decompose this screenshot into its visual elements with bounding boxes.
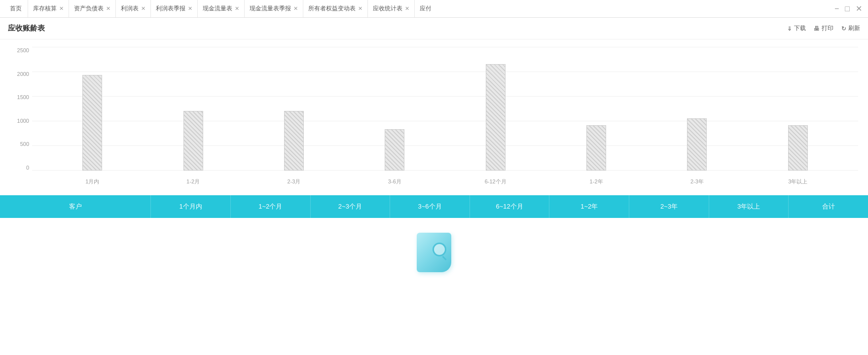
- bar-group: [385, 129, 404, 171]
- tab-profit[interactable]: 利润表✕: [116, 0, 151, 18]
- close-window-icon[interactable]: ✕: [854, 3, 864, 14]
- bar-group: [687, 118, 707, 171]
- x-label: 1-2月: [181, 178, 206, 185]
- refresh-icon: ↻: [841, 25, 846, 32]
- x-label: 3-6月: [382, 178, 407, 185]
- bars-row: [32, 47, 858, 171]
- tab-bar: 首页 库存核算✕资产负债表✕利润表✕利润表季报✕现金流量表✕现金流量表季报✕所有…: [0, 0, 868, 18]
- bar: [183, 111, 203, 171]
- page-header: 应收账龄表 ⇓ 下载 🖶 打印 ↻ 刷新: [0, 18, 868, 39]
- table-header-cell: 2~3个月: [311, 195, 391, 218]
- x-label: 6-12个月: [483, 178, 508, 185]
- tab-payable-stats[interactable]: 应付统计表✕: [415, 0, 431, 18]
- minimize-icon[interactable]: −: [832, 3, 841, 14]
- doc-shape: [417, 233, 451, 272]
- y-label: 1500: [10, 94, 32, 100]
- bar: [82, 75, 102, 171]
- tab-close-icon[interactable]: ✕: [59, 5, 64, 12]
- tab-bar-actions: − □ ✕: [832, 3, 864, 14]
- search-icon: [433, 243, 446, 256]
- table-header-cell: 3~6个月: [390, 195, 470, 218]
- table-header-cell: 6~12个月: [470, 195, 550, 218]
- tab-label: 现金流量表季报: [250, 4, 291, 13]
- tab-cashflow-quarterly[interactable]: 现金流量表季报✕: [245, 0, 303, 18]
- tab-close-icon[interactable]: ✕: [358, 5, 362, 12]
- bar: [586, 125, 606, 171]
- x-label: 3年以上: [786, 178, 810, 185]
- x-label: 1月内: [80, 178, 105, 185]
- bar: [486, 64, 506, 171]
- bar: [788, 125, 808, 171]
- y-label: 0: [10, 165, 32, 171]
- y-axis: 05001000150020002500: [10, 47, 32, 185]
- refresh-label: 刷新: [848, 24, 860, 33]
- download-icon: ⇓: [787, 25, 792, 32]
- tab-label: 应付统计表: [420, 4, 431, 13]
- download-label: 下载: [794, 24, 806, 33]
- header-actions: ⇓ 下载 🖶 打印 ↻ 刷新: [787, 24, 860, 33]
- table-header-cell: 1个月内: [151, 195, 231, 218]
- y-label: 1000: [10, 118, 32, 124]
- x-label: 1-2年: [584, 178, 609, 185]
- tab-close-icon[interactable]: ✕: [405, 5, 409, 12]
- tab-label: 现金流量表: [203, 4, 232, 13]
- print-button[interactable]: 🖶 打印: [814, 24, 833, 33]
- table-header-cell: 合计: [789, 195, 868, 218]
- tab-profit-quarterly[interactable]: 利润表季报✕: [151, 0, 198, 18]
- bar-group: [486, 64, 506, 171]
- table-header-cell: 3年以上: [709, 195, 789, 218]
- tab-close-icon[interactable]: ✕: [141, 5, 145, 12]
- page-title: 应收账龄表: [8, 24, 45, 33]
- y-label: 500: [10, 141, 32, 147]
- tab-inventory[interactable]: 库存核算✕: [28, 0, 69, 18]
- bar-group: [788, 125, 808, 171]
- tab-close-icon[interactable]: ✕: [235, 5, 239, 12]
- tab-balance-sheet[interactable]: 资产负债表✕: [69, 0, 116, 18]
- bar-chart: 05001000150020002500 1月内1-2月2-3月3-6月6-12…: [10, 47, 858, 185]
- download-button[interactable]: ⇓ 下载: [787, 24, 806, 33]
- print-icon: 🖶: [814, 25, 820, 32]
- bar: [687, 118, 707, 171]
- table-header-cell: 2~3年: [629, 195, 709, 218]
- tab-receivable-stats[interactable]: 应收统计表✕: [368, 0, 415, 18]
- chart-area: 05001000150020002500 1月内1-2月2-3月3-6月6-12…: [0, 39, 868, 185]
- bar-group: [586, 125, 606, 171]
- tab-home[interactable]: 首页: [4, 0, 28, 18]
- y-label: 2500: [10, 47, 32, 53]
- table-header-cell: 1~2年: [549, 195, 629, 218]
- y-label: 2000: [10, 71, 32, 77]
- table-header-cell: 1~2个月: [231, 195, 311, 218]
- x-label: 2-3月: [282, 178, 306, 185]
- tab-label: 利润表季报: [156, 4, 185, 13]
- tab-equity-changes[interactable]: 所有者权益变动表✕: [303, 0, 368, 18]
- table-header: 客户1个月内1~2个月2~3个月3~6个月6~12个月1~2年2~3年3年以上合…: [0, 195, 868, 218]
- maximize-icon[interactable]: □: [843, 3, 852, 14]
- x-axis-labels: 1月内1-2月2-3月3-6月6-12个月1-2年2-3年3年以上: [32, 178, 858, 185]
- tab-label: 应收统计表: [373, 4, 402, 13]
- tab-close-icon[interactable]: ✕: [293, 5, 298, 12]
- bar-group: [284, 111, 304, 171]
- print-label: 打印: [822, 24, 833, 33]
- table-header-cell: 客户: [0, 195, 151, 218]
- tab-cashflow[interactable]: 现金流量表✕: [198, 0, 245, 18]
- x-label: 2-3年: [685, 178, 709, 185]
- empty-icon: [409, 233, 459, 277]
- tab-label: 利润表: [121, 4, 139, 13]
- tab-label: 库存核算: [33, 4, 57, 13]
- bar: [385, 129, 404, 171]
- bar-group: [82, 75, 102, 171]
- tab-label: 资产负债表: [74, 4, 104, 13]
- bar: [284, 111, 304, 171]
- chart-inner: 1月内1-2月2-3月3-6月6-12个月1-2年2-3年3年以上: [32, 47, 858, 185]
- empty-state: [0, 218, 868, 287]
- page-content: 应收账龄表 ⇓ 下载 🖶 打印 ↻ 刷新 0500100015002000250…: [0, 18, 868, 355]
- refresh-button[interactable]: ↻ 刷新: [841, 24, 860, 33]
- tab-label: 所有者权益变动表: [308, 4, 356, 13]
- bar-group: [183, 111, 203, 171]
- tab-home-label: 首页: [10, 4, 22, 13]
- tab-close-icon[interactable]: ✕: [188, 5, 192, 12]
- tab-close-icon[interactable]: ✕: [106, 5, 110, 12]
